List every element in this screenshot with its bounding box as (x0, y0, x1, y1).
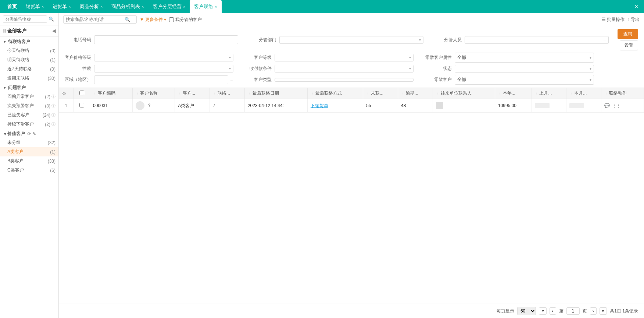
batch-icon: ☰ (602, 17, 606, 22)
select-all-checkbox[interactable] (79, 91, 84, 95)
staff-label: 分管人员 (435, 37, 465, 43)
contact-icon-1[interactable]: 💬 (604, 103, 610, 108)
total-label: 页 (583, 308, 587, 314)
last-method-link-1[interactable]: 下销货单 (311, 103, 328, 108)
all-customers-header[interactable]: ⣿ 全部客户 ◀ (0, 25, 58, 37)
sidebar-item-7days[interactable]: 近7天待联络 (0) (0, 64, 58, 74)
col-header-last-method[interactable]: 最后联络方式 (307, 88, 363, 99)
customer-grade-select[interactable]: ▾ (275, 54, 414, 61)
col-header-last-month[interactable]: 上月... (532, 88, 566, 99)
more-action-icon-1[interactable]: ⋮⋮ (612, 103, 621, 108)
nav-tab-customercontact[interactable]: 客户联络 × (190, 0, 221, 13)
retail-attr-select[interactable]: 全部 ▾ (455, 53, 594, 63)
price-grade-select[interactable]: ▾ (94, 54, 233, 61)
retail-customer-select[interactable]: 全部 ▾ (455, 75, 594, 85)
tab-close-productanalysislist[interactable]: × (142, 4, 144, 9)
sidebar-item-a-class[interactable]: A类客户 (1) (0, 147, 58, 156)
filter-row-2: 客户价格等级 ▾ 客户等级 ▾ 零散客户属性 (65, 53, 638, 63)
phone-input[interactable] (94, 35, 238, 44)
payment-select[interactable]: ▾ (275, 65, 414, 73)
sidebar-search-icon[interactable]: 🔍 (49, 17, 54, 22)
region-input[interactable] (94, 75, 228, 84)
nav-home[interactable]: 首页 (3, 0, 21, 13)
refresh-icon[interactable]: ⟳ (27, 131, 31, 137)
collapse-sidebar-icon[interactable]: ◀ (52, 28, 56, 33)
row-action-1[interactable]: 💬 ⋮⋮ (601, 99, 644, 113)
filter-search-input[interactable] (66, 17, 125, 22)
liaison-avatar-1 (436, 102, 443, 109)
sidebar-search-input[interactable] (3, 15, 47, 23)
col-header-last-date[interactable]: 最后联络日期 (244, 88, 307, 99)
sidebar-item-c-class[interactable]: C类客户 (6) (0, 166, 58, 175)
col-header-grade[interactable]: 客户... (175, 88, 210, 99)
col-header-liaison[interactable]: 往来单位联系人 (433, 88, 495, 99)
dept-select[interactable]: ▾ (279, 36, 423, 44)
row-last-method-1[interactable]: 下销货单 (307, 99, 363, 113)
info-icon-1: ⓘ (51, 94, 56, 99)
row-checkbox-input-1[interactable] (79, 103, 84, 107)
settings-btn[interactable]: 设置 (620, 40, 638, 50)
tab-close-productanalysis[interactable]: × (100, 4, 103, 9)
batch-operation-btn[interactable]: ☰ 批量操作 (602, 17, 625, 23)
col-header-overdue[interactable]: 逾期... (398, 88, 433, 99)
sidebar-item-b-class[interactable]: B类客户 (33) (0, 156, 58, 166)
query-btn[interactable]: 查询 (618, 29, 638, 39)
checkbox-col-header[interactable] (74, 88, 90, 99)
pending-contact-group[interactable]: ▼ 待联络客户 (0, 37, 58, 46)
problem-customers-group[interactable]: ▼ 问题客户 (0, 83, 58, 92)
first-page-btn[interactable]: « (539, 307, 547, 315)
nature-select[interactable]: ▾ (94, 65, 233, 73)
filter-toolbar: 🔍 ▼ 更多条件 ▾ 我分管的客户 ☰ 批量操作 ↑ 导出 (59, 13, 644, 26)
customers-table: ⚙ 客户编码 客户名称 客户... (59, 88, 644, 113)
more-conditions-btn[interactable]: ▼ 更多条件 ▾ (140, 17, 166, 23)
row-liaison-1 (433, 99, 495, 113)
row-checkbox-1[interactable] (74, 99, 90, 113)
last-page-btn[interactable]: » (600, 307, 607, 315)
table-settings-icon[interactable]: ⚙ (62, 91, 67, 96)
sidebar-item-today[interactable]: 今天待联络 (0) (0, 46, 58, 55)
row-num-1: 1 (59, 99, 74, 113)
settings-col-header[interactable]: ⚙ (59, 88, 74, 99)
sidebar-item-declining[interactable]: 持续下滑客户 (2) ⓘ (0, 120, 58, 129)
close-window-btn[interactable]: × (632, 3, 641, 10)
col-header-no-contact[interactable]: 未联... (363, 88, 398, 99)
sidebar-item-repurchase-abnormal[interactable]: 回购异常客户 (2) ⓘ (0, 92, 58, 101)
export-btn[interactable]: ↑ 导出 (627, 17, 640, 23)
region-dots-icon[interactable]: ··· (230, 77, 233, 82)
tab-close-purchaseorder[interactable]: × (68, 4, 71, 9)
sidebar-item-overdue[interactable]: 逾期未联络 (30) (0, 74, 58, 83)
sidebar-item-ungraded[interactable]: 未分组 (32) (0, 138, 58, 147)
edit-value-icon[interactable]: ✎ (32, 131, 36, 137)
filter-search-icon[interactable]: 🔍 (125, 17, 130, 22)
page-input[interactable] (566, 307, 580, 315)
tab-close-salesorder[interactable]: × (42, 4, 44, 9)
col-header-this-month[interactable]: 本月... (566, 88, 601, 99)
sidebar-item-churn-warning[interactable]: 流失预警客户 (3) ⓘ (0, 101, 58, 110)
col-header-code[interactable]: 客户编码 (90, 88, 133, 99)
prev-page-btn[interactable]: ‹ (550, 307, 556, 315)
per-page-select[interactable]: 50 100 200 (517, 307, 536, 315)
col-header-action[interactable]: 联络动作 (601, 88, 644, 99)
tab-close-customersegment[interactable]: × (183, 4, 185, 9)
sidebar: 🔍 ⣿ 全部客户 ◀ ▼ 待联络客户 今天待联络 (0) 明天待联络 (1) 近… (0, 13, 59, 318)
nav-tab-salesorder[interactable]: 销货单 × (21, 0, 48, 13)
col-header-name[interactable]: 客户名称 (132, 88, 175, 99)
staff-select[interactable]: ··· (465, 36, 609, 44)
col-header-this-year[interactable]: 本年... (495, 88, 532, 99)
next-page-btn[interactable]: › (590, 307, 597, 315)
nav-tab-customersegment[interactable]: 客户分层经营 × (149, 0, 190, 13)
my-customers-checkbox-wrap[interactable]: 我分管的客户 (169, 17, 202, 23)
sidebar-item-churned[interactable]: 已流失客户 (24) ⓘ (0, 110, 58, 120)
nav-tab-purchaseorder[interactable]: 进货单 × (48, 0, 75, 13)
sidebar-item-tomorrow[interactable]: 明天待联络 (1) (0, 55, 58, 64)
col-header-contact[interactable]: 联络... (210, 88, 245, 99)
my-customers-checkbox[interactable] (169, 17, 174, 22)
customer-type-select[interactable] (275, 78, 414, 82)
status-select[interactable]: ▾ (455, 65, 594, 73)
nav-tab-productanalysislist[interactable]: 商品分析列表 × (107, 0, 148, 13)
row-last-month-1 (532, 99, 566, 113)
filter-row-3: 性质 ▾ 收付款条件 ▾ 状态 (65, 65, 638, 73)
tab-close-customercontact[interactable]: × (215, 4, 217, 9)
row-this-year-1: 10995.00 (495, 99, 532, 113)
nav-tab-productanalysis[interactable]: 商品分析 × (75, 0, 107, 13)
